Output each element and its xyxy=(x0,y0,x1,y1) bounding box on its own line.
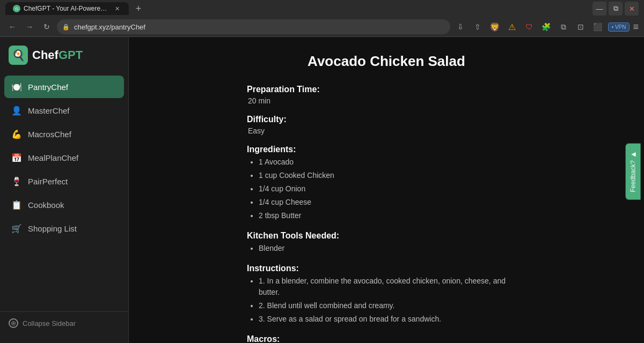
sidebar-item-pair-perfect-label: PairPerfect xyxy=(28,177,68,186)
pair-perfect-icon: 🍷 xyxy=(11,175,23,187)
master-chef-icon: 👤 xyxy=(11,105,23,116)
close-window-button[interactable]: ✕ xyxy=(625,2,639,16)
macros-label: Macros: xyxy=(247,334,526,343)
difficulty-value: Easy xyxy=(248,126,526,135)
active-tab[interactable]: G ChefGPT - Your AI-Powered Pers... ✕ xyxy=(5,2,129,15)
tab-bar: G ChefGPT - Your AI-Powered Pers... ✕ + … xyxy=(0,0,644,17)
tab-close-button[interactable]: ✕ xyxy=(113,4,121,13)
logo-text: ChefGPT xyxy=(32,48,83,62)
sidebar-item-pantry-chef-label: PantryChef xyxy=(28,83,68,92)
feedback-label: Feedback? xyxy=(629,160,636,192)
collapse-icon: ⊕ xyxy=(9,318,18,328)
feedback-arrow-icon: ▲ xyxy=(628,151,637,158)
meal-plan-chef-icon: 📅 xyxy=(11,152,23,163)
sidebar-item-shopping-list-label: Shopping List xyxy=(28,224,77,233)
collapse-sidebar-label: Collapse Sidebar xyxy=(23,319,76,327)
list-item: 1 cup Cooked Chicken xyxy=(259,170,526,181)
kitchen-tools-section: Kitchen Tools Needed: Blender xyxy=(247,231,526,254)
download-button[interactable]: ⇩ xyxy=(453,20,467,34)
ingredients-list: 1 Avocado 1 cup Cooked Chicken 1/4 cup O… xyxy=(247,156,526,221)
list-item: 2 tbsp Butter xyxy=(259,210,526,221)
preparation-time-label: Preparation Time: xyxy=(247,85,526,94)
list-item: 1/4 cup Cheese xyxy=(259,197,526,208)
shopping-list-icon: 🛒 xyxy=(11,222,23,234)
sidebar-item-master-chef[interactable]: 👤 MasterChef xyxy=(4,99,124,122)
forward-button[interactable]: → xyxy=(23,20,36,34)
warning-icon[interactable]: ⚠ xyxy=(505,20,519,34)
instructions-section: Instructions: 1. In a blender, combine t… xyxy=(247,264,526,325)
sidebar-item-macros-chef[interactable]: 💪 MacrosChef xyxy=(4,123,124,145)
list-item: 2. Blend until well combined and creamy. xyxy=(259,300,526,311)
sidebar-item-cookbook[interactable]: 📋 Cookbook xyxy=(4,193,124,216)
logo-gpt-text: GPT xyxy=(58,48,83,62)
browser-chrome: G ChefGPT - Your AI-Powered Pers... ✕ + … xyxy=(0,0,644,37)
menu-button[interactable]: ≡ xyxy=(633,21,639,33)
sidebar-toggle-button[interactable]: ⊡ xyxy=(574,20,588,34)
sidebar-item-pantry-chef[interactable]: 🍽️ PantryChef xyxy=(4,76,124,98)
preparation-time-value: 20 min xyxy=(248,96,526,105)
sidebar-item-macros-chef-label: MacrosChef xyxy=(28,130,71,139)
nav-items: 🍽️ PantryChef 👤 MasterChef 💪 MacrosChef … xyxy=(0,76,128,311)
browser-toolbar: ← → ↻ 🔒 ⇩ ⇧ 🦁 ⚠ 🛡 🧩 ⧉ ⊡ ⬛ • VPN ≡ xyxy=(0,17,644,36)
list-item: 3. Serve as a salad or spread on bread f… xyxy=(259,314,526,325)
pantry-chef-icon: 🍽️ xyxy=(11,81,23,93)
minimize-button[interactable]: — xyxy=(592,2,606,16)
brave-shield-button[interactable]: 🛡 xyxy=(522,20,536,34)
cookbook-icon: 📋 xyxy=(11,199,23,211)
difficulty-label: Difficulty: xyxy=(247,115,526,124)
recipe-container: Avocado Chicken Salad Preparation Time: … xyxy=(231,37,542,343)
reload-button[interactable]: ↻ xyxy=(40,20,54,34)
new-tab-button[interactable]: + xyxy=(132,2,145,15)
sidebar-item-master-chef-label: MasterChef xyxy=(28,106,70,115)
recipe-title: Avocado Chicken Salad xyxy=(247,53,526,70)
sidebar-bottom: ⊕ Collapse Sidebar xyxy=(0,311,128,334)
back-button[interactable]: ← xyxy=(5,20,19,34)
preparation-time-section: Preparation Time: 20 min xyxy=(247,85,526,105)
sidebar-item-shopping-list[interactable]: 🛒 Shopping List xyxy=(4,217,124,240)
ingredients-section: Ingredients: 1 Avocado 1 cup Cooked Chic… xyxy=(247,145,526,221)
feedback-tab[interactable]: Feedback? ▲ xyxy=(625,143,640,199)
instructions-label: Instructions: xyxy=(247,264,526,273)
tab-favicon: G xyxy=(13,5,20,12)
tab-manager-button[interactable]: ⧉ xyxy=(557,20,570,34)
difficulty-section: Difficulty: Easy xyxy=(247,115,526,135)
logo-area: 🍳 ChefGPT xyxy=(0,46,128,76)
maximize-button[interactable]: ⧉ xyxy=(609,2,623,16)
kitchen-tools-list: Blender xyxy=(247,243,526,254)
ingredients-label: Ingredients: xyxy=(247,145,526,154)
app-body: 🍳 ChefGPT 🍽️ PantryChef 👤 MasterChef 💪 M… xyxy=(0,37,644,343)
main-content: Avocado Chicken Salad Preparation Time: … xyxy=(129,37,644,343)
macros-section: Macros: Total Calories: 350 Carbs: 5g xyxy=(247,334,526,343)
wallet-button[interactable]: ⬛ xyxy=(591,20,605,34)
sidebar-item-pair-perfect[interactable]: 🍷 PairPerfect xyxy=(4,170,124,192)
lock-icon: 🔒 xyxy=(62,24,70,31)
list-item: 1 Avocado xyxy=(259,156,526,168)
brave-icon[interactable]: 🦁 xyxy=(488,20,502,34)
sidebar-item-cookbook-label: Cookbook xyxy=(28,200,64,210)
sidebar: 🍳 ChefGPT 🍽️ PantryChef 👤 MasterChef 💪 M… xyxy=(0,37,129,343)
logo-icon: 🍳 xyxy=(9,46,28,65)
extensions-button[interactable]: 🧩 xyxy=(539,20,553,34)
vpn-badge[interactable]: • VPN xyxy=(608,23,630,32)
address-bar[interactable] xyxy=(57,19,450,34)
address-bar-wrapper: 🔒 xyxy=(57,19,450,34)
list-item: Blender xyxy=(259,243,526,254)
tab-title: ChefGPT - Your AI-Powered Pers... xyxy=(24,5,109,12)
share-button[interactable]: ⇧ xyxy=(471,20,485,34)
instructions-list: 1. In a blender, combine the avocado, co… xyxy=(247,275,526,325)
list-item: 1. In a blender, combine the avocado, co… xyxy=(259,275,526,298)
sidebar-item-meal-plan-chef-label: MealPlanChef xyxy=(28,153,78,162)
macros-chef-icon: 💪 xyxy=(11,128,23,140)
collapse-sidebar-button[interactable]: ⊕ Collapse Sidebar xyxy=(9,318,76,328)
logo-chef-text: Chef xyxy=(32,48,58,62)
sidebar-item-meal-plan-chef[interactable]: 📅 MealPlanChef xyxy=(4,146,124,169)
kitchen-tools-label: Kitchen Tools Needed: xyxy=(247,231,526,241)
list-item: 1/4 cup Onion xyxy=(259,183,526,195)
